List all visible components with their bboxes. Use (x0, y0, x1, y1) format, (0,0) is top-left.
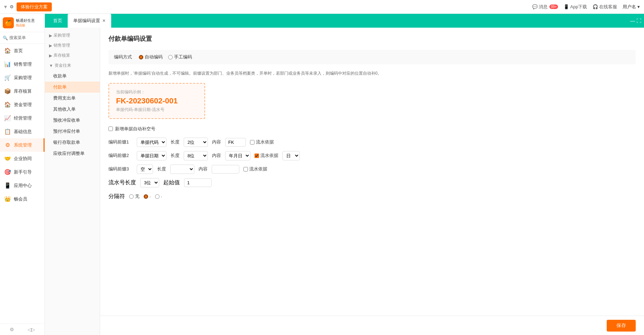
auto-fill-checkbox[interactable] (108, 127, 113, 131)
content-3-value[interactable] (212, 165, 239, 174)
preview-desc: 单据代码-单据日期-流水号 (116, 107, 198, 113)
content-1-label: 内容 (212, 139, 221, 145)
save-button[interactable]: 保存 (607, 320, 636, 332)
prefix-3-select[interactable]: 空 (137, 165, 153, 174)
sidebar-item-purchase[interactable]: 🛒 采购管理 (0, 71, 45, 84)
flow-1-checkbox[interactable] (250, 140, 254, 145)
encode-method-label: 编码方式 (114, 54, 132, 60)
sidebar-label-member: 畅会员 (14, 196, 27, 202)
sec-item-adjust[interactable]: 应收应付调整单 (45, 148, 100, 159)
length-1-select[interactable]: 2位 (184, 138, 208, 147)
app-download-button[interactable]: 📱 App下载 (564, 4, 587, 10)
logo-text: 畅通好生意 (16, 18, 35, 23)
sec-item-expense[interactable]: 费用支出单 (45, 93, 100, 104)
tab-home[interactable]: 首页 (48, 14, 68, 28)
collapse-sidebar-btn[interactable]: ◁▷ (28, 327, 35, 332)
message-button[interactable]: 💬 消息 99+ (532, 4, 558, 10)
sep-dot-input[interactable] (144, 194, 148, 199)
sidebar-item-basic[interactable]: 📋 基础信息 (0, 125, 45, 138)
sep-dot-radio[interactable]: · (144, 194, 151, 199)
search-icon: 🔍 (3, 36, 8, 40)
manual-encode-input[interactable] (168, 55, 173, 59)
length-2-select[interactable]: 8位 (184, 151, 208, 160)
tab-encode-label: 单据编码设置 (73, 18, 100, 24)
prefix-2-select[interactable]: 单据日期 (137, 151, 166, 160)
sec-group-sales[interactable]: ▶ 销售管理 (45, 40, 100, 50)
sidebar-item-member[interactable]: 👑 畅会员 (0, 192, 45, 206)
flow-unit-select[interactable]: 日 (282, 151, 300, 160)
auto-fill-row: 新增单据自动补空号 (108, 126, 636, 132)
inventory-icon: 📦 (4, 88, 11, 94)
prefix-1-select[interactable]: 单据代码 (137, 138, 166, 147)
tab-minimize-btn[interactable]: — (630, 18, 635, 24)
sidebar-label-guide: 新手引导 (14, 169, 32, 175)
tab-home-label: 首页 (53, 18, 62, 24)
sep-none-radio[interactable]: 无 (129, 193, 140, 199)
chevron-right-icon-3: ▶ (49, 53, 52, 58)
online-service-button[interactable]: 🎧 在线客服 (593, 4, 617, 10)
settings-footer-btn[interactable]: ⚙ (10, 327, 14, 332)
sidebar-item-guide[interactable]: 🎯 新手引导 (0, 165, 45, 179)
sec-item-bank[interactable]: 银行存取款单 (45, 137, 100, 148)
content-3-label: 内容 (199, 166, 208, 172)
sidebar-search[interactable]: 🔍 搜索菜单 (0, 32, 45, 44)
chevron-right-icon: ▶ (49, 33, 52, 38)
flow-1-checkbox-label[interactable]: 流水依据 (250, 139, 274, 145)
sidebar-item-corp[interactable]: 🤝 企业协同 (0, 152, 45, 165)
flow-2-checkbox[interactable] (254, 153, 259, 158)
sidebar-label-sales: 销售管理 (14, 61, 32, 67)
tab-close-icon[interactable]: ✕ (102, 18, 106, 23)
auto-encode-radio[interactable]: 自动编码 (139, 54, 163, 60)
auto-encode-input[interactable] (139, 55, 143, 59)
sec-group-fund[interactable]: ▼ 资金往来 (45, 61, 100, 71)
flow-2-checkbox-label[interactable]: 流水依据 (254, 152, 278, 159)
serial-row: 流水号长度 3位 起始值 (108, 178, 636, 187)
prefix-row-2: 编码前缀2 单据日期 长度 8位 内容 年月日 (108, 151, 636, 160)
chevron-right-icon-2: ▶ (49, 43, 52, 48)
sec-item-pre-receive[interactable]: 预收冲应收单 (45, 115, 100, 126)
sidebar-item-operation[interactable]: 📈 经营管理 (0, 111, 45, 125)
sidebar-item-apps[interactable]: 📱 应用中心 (0, 179, 45, 192)
flow-3-label: 流水依据 (249, 166, 267, 172)
content-2-select[interactable]: 年月日 (225, 151, 250, 160)
sep-none-input[interactable] (129, 194, 134, 199)
tab-maximize-btn[interactable]: ⛶ (636, 18, 641, 24)
sidebar-item-sales[interactable]: 📊 销售管理 (0, 57, 45, 71)
serial-length-select[interactable]: 3位 (140, 178, 159, 187)
basic-icon: 📋 (4, 128, 11, 135)
length-3-select[interactable] (170, 165, 194, 174)
asset-icon: 🏠 (4, 101, 11, 108)
tab-bar-right: — ⛶ (630, 18, 641, 24)
user-info[interactable]: 用户名 ▾ (623, 4, 640, 10)
trial-button[interactable]: 体验行业方案 (17, 2, 52, 11)
sec-group-inventory[interactable]: ▶ 库存核算 (45, 50, 100, 61)
sec-item-pre-pay[interactable]: 预付冲应付单 (45, 126, 100, 137)
manual-encode-radio[interactable]: 手工编码 (168, 54, 192, 60)
flow-3-checkbox[interactable] (243, 167, 248, 171)
flow-3-checkbox-label[interactable]: 流水依据 (243, 166, 267, 172)
serial-start-label: 起始值 (163, 179, 180, 186)
sec-item-receipt[interactable]: 收款单 (45, 71, 100, 82)
sidebar-item-system[interactable]: ⚙ 系统管理 (0, 138, 45, 152)
sep-dot-label: · (150, 194, 151, 199)
message-label: 消息 (539, 4, 548, 10)
sep-dot2-input[interactable] (155, 194, 160, 199)
prefix-row-3: 编码前缀3 空 长度 内容 流水依据 (108, 165, 636, 174)
flow-1-label: 流水依据 (256, 139, 274, 145)
sec-group-purchase[interactable]: ▶ 采购管理 (45, 30, 100, 40)
tab-encode-settings[interactable]: 单据编码设置 ✕ (68, 14, 111, 28)
sec-item-payment[interactable]: 付款单 (45, 82, 100, 93)
sec-item-other-income[interactable]: 其他收入单 (45, 104, 100, 115)
auto-fill-label[interactable]: 新增单据自动补空号 (115, 126, 155, 132)
serial-start-input[interactable] (184, 178, 212, 187)
length-3-label: 长度 (157, 166, 166, 172)
prefix-1-label: 编码前缀1 (108, 139, 133, 145)
preview-label: 当前编码示例： (116, 89, 198, 95)
sidebar-item-home[interactable]: 🏠 首页 (0, 44, 45, 57)
sidebar-item-inventory[interactable]: 📦 库存核算 (0, 84, 45, 98)
settings-button[interactable]: ⚙ (10, 4, 14, 9)
content-1-value[interactable] (225, 138, 246, 147)
sep-dot2-radio[interactable]: · (155, 194, 162, 199)
sidebar-item-asset[interactable]: 🏠 资金管理 (0, 98, 45, 111)
dropdown-icon[interactable]: ▾ (4, 3, 7, 10)
